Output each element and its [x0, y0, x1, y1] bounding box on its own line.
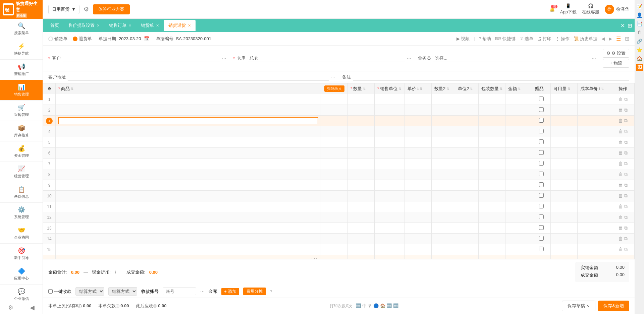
- delete-row-icon[interactable]: 🗑: [618, 193, 623, 199]
- account-picker-icon[interactable]: ···: [200, 289, 205, 295]
- copy-row-icon[interactable]: ⧉: [624, 214, 628, 220]
- sidebar-item-search[interactable]: 🔍 搜索菜单: [0, 19, 43, 39]
- delete-row-icon[interactable]: 🗑: [618, 118, 623, 124]
- salesperson-picker-icon[interactable]: ···: [592, 55, 596, 61]
- scan-button[interactable]: 扫码录入: [324, 85, 344, 92]
- view-grid-icon[interactable]: ⊞: [625, 36, 629, 42]
- product-cell[interactable]: [56, 191, 321, 201]
- tab-sales-delivery[interactable]: 销货单 ✕: [136, 20, 164, 31]
- product-cell[interactable]: [56, 212, 321, 223]
- add-row-button[interactable]: +: [46, 118, 53, 124]
- col-settings[interactable]: ⚙: [43, 83, 56, 94]
- gift-checkbox[interactable]: [539, 129, 544, 133]
- summary-method-select[interactable]: 结算方式: [108, 287, 137, 296]
- product-sort-icon[interactable]: ⇅: [71, 87, 73, 90]
- gift-checkbox[interactable]: [539, 97, 544, 101]
- tab-sales-return-close[interactable]: ✕: [188, 23, 191, 28]
- operation-btn[interactable]: ⋮ 操作: [555, 36, 570, 42]
- available-sort-icon[interactable]: ⇅: [568, 87, 570, 90]
- product-cell[interactable]: [56, 169, 321, 180]
- delete-row-icon[interactable]: 🗑: [618, 247, 623, 252]
- shortcut-btn[interactable]: ⌨ 快捷键: [495, 36, 516, 42]
- delete-row-icon[interactable]: 🗑: [618, 182, 623, 188]
- tab-price-settings[interactable]: 售价提取设置 ✕: [64, 20, 104, 31]
- right-panel-icon-6[interactable]: ⭐: [636, 46, 643, 54]
- calc-method-select[interactable]: 结算方式: [75, 287, 104, 296]
- sidebar-item-system[interactable]: ⚙️ 系统管理: [0, 203, 43, 223]
- delete-row-icon[interactable]: 🗑: [618, 172, 623, 177]
- sidebar-item-shortcut[interactable]: ⚡ 快捷导航: [0, 39, 43, 60]
- sidebar-item-enterprise[interactable]: 🤝 企业协同: [0, 223, 43, 244]
- salesperson-input[interactable]: [433, 55, 590, 62]
- amount-sort-icon[interactable]: ⇅: [518, 87, 521, 90]
- customer-picker-icon[interactable]: ···: [222, 55, 226, 61]
- settings-btn[interactable]: ⚙ ⚙ 设置: [603, 49, 629, 58]
- product-cell[interactable]: [56, 234, 321, 244]
- right-panel-icon-4[interactable]: 🗒: [636, 29, 643, 36]
- cost-price-sort-icon[interactable]: ⇅: [601, 87, 604, 90]
- gift-checkbox[interactable]: [539, 193, 544, 198]
- online-service-btn[interactable]: 🎧 在线客服: [582, 3, 599, 15]
- delete-row-icon[interactable]: 🗑: [618, 150, 623, 156]
- tab-sales-order-close[interactable]: ✕: [128, 23, 131, 28]
- sidebar-item-inventory[interactable]: 📦 库存核算: [0, 121, 43, 141]
- warehouse-input[interactable]: [248, 55, 405, 62]
- copy-row-icon[interactable]: ⧉: [624, 150, 628, 156]
- product-cell[interactable]: [56, 126, 321, 137]
- quantity2-sort-icon[interactable]: ⇅: [446, 87, 449, 90]
- gift-checkbox[interactable]: [539, 214, 544, 219]
- delete-row-icon[interactable]: 🗑: [618, 107, 623, 113]
- sidebar-item-newguide[interactable]: 🎯 新手引导: [0, 244, 43, 264]
- product-input[interactable]: [58, 117, 318, 124]
- sidebar-item-apps[interactable]: 🔷 应用中心: [0, 264, 43, 285]
- copy-row-icon[interactable]: ⧉: [624, 182, 628, 188]
- delete-row-icon[interactable]: 🗑: [618, 97, 623, 102]
- package-sort-icon[interactable]: ⇅: [500, 87, 502, 90]
- sidebar-item-purchase[interactable]: 🛒 采购管理: [0, 101, 43, 121]
- notification-badge[interactable]: 🔔 70: [549, 7, 555, 12]
- nav-next-icon[interactable]: ▶: [609, 36, 612, 41]
- product-cell[interactable]: [56, 244, 321, 255]
- close-tab-icon[interactable]: ✕: [621, 22, 625, 29]
- delete-row-icon[interactable]: 🗑: [618, 129, 623, 134]
- delivery-radio[interactable]: 销货单: [48, 36, 67, 42]
- video-btn[interactable]: ▶ 视频: [457, 36, 470, 42]
- copy-row-icon[interactable]: ⧉: [624, 204, 628, 209]
- right-panel-icon-1[interactable]: 📝: [636, 3, 643, 10]
- sidebar-item-weixin[interactable]: 💬 企业微信: [0, 285, 43, 301]
- save-new-button[interactable]: 保存&新增: [598, 301, 629, 311]
- unit-price-info-icon[interactable]: ℹ: [417, 86, 419, 91]
- sidebar-item-finance[interactable]: 💰 资金管理: [0, 141, 43, 162]
- tab-price-settings-close[interactable]: ✕: [97, 23, 100, 28]
- delete-row-icon[interactable]: 🗑: [618, 204, 623, 209]
- unit2-sort-icon[interactable]: ⇅: [470, 87, 473, 90]
- save-draft-button[interactable]: 保存草稿 ∧: [562, 301, 596, 311]
- copy-row-icon[interactable]: ⧉: [624, 247, 628, 252]
- copy-row-icon[interactable]: ⧉: [624, 139, 628, 145]
- gift-checkbox[interactable]: [539, 236, 544, 241]
- gift-checkbox[interactable]: [539, 204, 544, 208]
- gift-checkbox[interactable]: [539, 225, 544, 230]
- gift-checkbox[interactable]: [539, 172, 544, 176]
- gift-checkbox[interactable]: [539, 107, 544, 112]
- product-cell[interactable]: [56, 148, 321, 159]
- history-btn[interactable]: 📜 历史单据: [574, 36, 597, 42]
- copy-row-icon[interactable]: ⧉: [624, 225, 628, 231]
- print-btn[interactable]: 🖨 打印: [537, 36, 551, 42]
- nav-prev-icon[interactable]: ◀: [601, 36, 605, 41]
- settings-bottom-icon[interactable]: ⚙: [8, 304, 13, 311]
- return-radio[interactable]: 退货单: [73, 36, 92, 42]
- tab-sales-order[interactable]: 销售订单 ✕: [104, 20, 136, 31]
- try-solution-button[interactable]: 体验行业方案: [93, 4, 130, 14]
- product-cell[interactable]: [56, 223, 321, 234]
- sidebar-item-marketing[interactable]: 📢 营销推广: [0, 60, 43, 80]
- tab-sales-delivery-close[interactable]: ✕: [156, 23, 159, 28]
- product-cell[interactable]: [56, 116, 321, 126]
- tab-home[interactable]: 首页: [46, 20, 64, 31]
- copy-row-icon[interactable]: ⧉: [624, 161, 628, 167]
- expand-icon[interactable]: ⊞: [628, 22, 632, 29]
- address-input[interactable]: [68, 73, 329, 81]
- copy-row-icon[interactable]: ⧉: [624, 118, 628, 124]
- right-panel-icon-3[interactable]: 📑: [636, 20, 643, 27]
- gift-checkbox[interactable]: [539, 139, 544, 144]
